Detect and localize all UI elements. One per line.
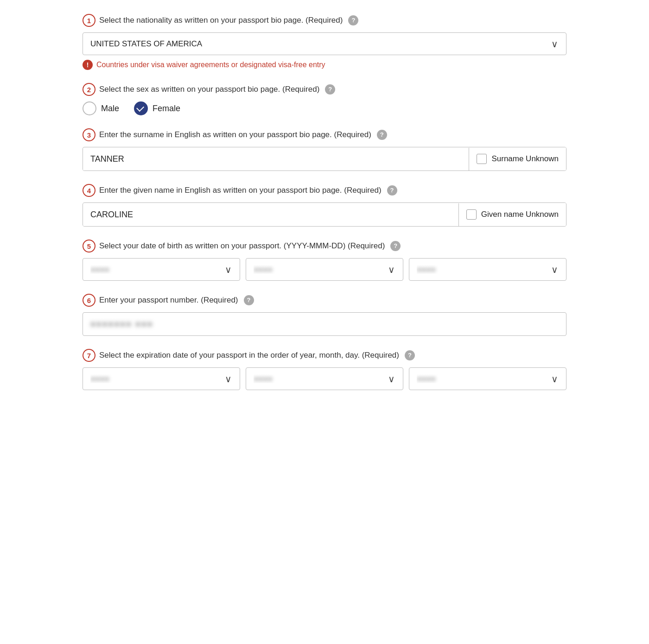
q5-help-icon[interactable]: ? — [390, 241, 401, 251]
q6-help-icon[interactable]: ? — [244, 295, 254, 305]
given-name-input-group: Given name Unknown — [83, 202, 566, 227]
q1-label: 1 Select the nationality as written on y… — [83, 14, 566, 27]
radio-female-circle[interactable] — [134, 101, 148, 115]
dob-day-wrapper: ●●●● ∨ — [409, 258, 566, 281]
expiry-month-wrapper: ●●●● ∨ — [246, 367, 403, 390]
dob-month-wrapper: ●●●● ∨ — [246, 258, 403, 281]
q5-label: 5 Select your date of birth as written o… — [83, 240, 566, 253]
q7-label-text: Select the expiration date of your passp… — [99, 350, 399, 361]
section-given-name: 4 Enter the given name in English as wri… — [83, 184, 566, 227]
q3-label: 3 Enter the surname in English as writte… — [83, 128, 566, 141]
warning-text: Countries under visa waiver agreements o… — [96, 61, 325, 69]
dob-row: ●●●● ∨ ●●●● ∨ ●●●● ∨ — [83, 258, 566, 281]
q4-help-icon[interactable]: ? — [387, 185, 397, 196]
expiry-year-wrapper: ●●●● ∨ — [83, 367, 240, 390]
dob-year-select[interactable]: ●●●● — [83, 258, 240, 281]
q6-label: 6 Enter your passport number. (Required)… — [83, 294, 566, 307]
step-number-1: 1 — [83, 14, 95, 27]
q3-help-icon[interactable]: ? — [377, 130, 387, 140]
passport-number-blurred: ●●●●●●● ●●● — [90, 319, 153, 328]
given-name-unknown-label: Given name Unknown — [481, 210, 559, 219]
section-sex: 2 Select the sex as written on your pass… — [83, 83, 566, 115]
expiry-year-select[interactable]: ●●●● — [83, 367, 240, 390]
surname-unknown-group: Surname Unknown — [469, 147, 566, 170]
nationality-warning: ! Countries under visa waiver agreements… — [83, 60, 566, 70]
section-expiry: 7 Select the expiration date of your pas… — [83, 349, 566, 390]
given-name-unknown-group: Given name Unknown — [459, 203, 566, 226]
expiry-day-select[interactable]: ●●●● — [409, 367, 566, 390]
section-dob: 5 Select your date of birth as written o… — [83, 240, 566, 281]
q5-label-text: Select your date of birth as written on … — [99, 240, 385, 252]
expiry-day-wrapper: ●●●● ∨ — [409, 367, 566, 390]
step-number-6: 6 — [83, 294, 95, 307]
section-nationality: 1 Select the nationality as written on y… — [83, 14, 566, 70]
radio-female-label: Female — [153, 104, 180, 114]
q6-label-text: Enter your passport number. (Required) — [99, 295, 238, 306]
step-number-5: 5 — [83, 240, 95, 253]
q1-help-icon[interactable]: ? — [348, 15, 358, 25]
q7-label: 7 Select the expiration date of your pas… — [83, 349, 566, 362]
q4-label: 4 Enter the given name in English as wri… — [83, 184, 566, 197]
surname-input-group: Surname Unknown — [83, 147, 566, 171]
step-number-4: 4 — [83, 184, 95, 197]
section-surname: 3 Enter the surname in English as writte… — [83, 128, 566, 171]
q2-label: 2 Select the sex as written on your pass… — [83, 83, 566, 96]
expiry-month-select[interactable]: ●●●● — [246, 367, 403, 390]
nationality-select[interactable]: UNITED STATES OF AMERICA — [83, 32, 566, 55]
given-name-unknown-checkbox[interactable] — [466, 209, 477, 220]
section-passport-number: 6 Enter your passport number. (Required)… — [83, 294, 566, 336]
expiry-row: ●●●● ∨ ●●●● ∨ ●●●● ∨ — [83, 367, 566, 390]
q2-label-text: Select the sex as written on your passpo… — [99, 84, 319, 95]
dob-day-select[interactable]: ●●●● — [409, 258, 566, 281]
surname-unknown-checkbox[interactable] — [477, 154, 487, 164]
radio-male-circle[interactable] — [83, 101, 96, 115]
step-number-2: 2 — [83, 83, 95, 96]
radio-male[interactable]: Male — [83, 101, 119, 115]
sex-radio-group: Male Female — [83, 101, 566, 115]
q7-help-icon[interactable]: ? — [405, 350, 415, 360]
q1-label-text: Select the nationality as written on you… — [99, 15, 343, 26]
q3-label-text: Enter the surname in English as written … — [99, 129, 371, 140]
warning-icon: ! — [83, 60, 93, 70]
passport-number-container: ●●●●●●● ●●● — [83, 312, 566, 336]
step-number-3: 3 — [83, 128, 95, 141]
step-number-7: 7 — [83, 349, 95, 362]
surname-unknown-label: Surname Unknown — [491, 154, 559, 164]
radio-male-label: Male — [101, 104, 119, 114]
dob-month-select[interactable]: ●●●● — [246, 258, 403, 281]
radio-female[interactable]: Female — [134, 101, 180, 115]
dob-year-wrapper: ●●●● ∨ — [83, 258, 240, 281]
q4-label-text: Enter the given name in English as writt… — [99, 185, 382, 196]
surname-input[interactable] — [83, 148, 469, 170]
nationality-select-wrapper: UNITED STATES OF AMERICA ∨ — [83, 32, 566, 55]
q2-help-icon[interactable]: ? — [325, 84, 335, 95]
given-name-input[interactable] — [83, 203, 459, 226]
